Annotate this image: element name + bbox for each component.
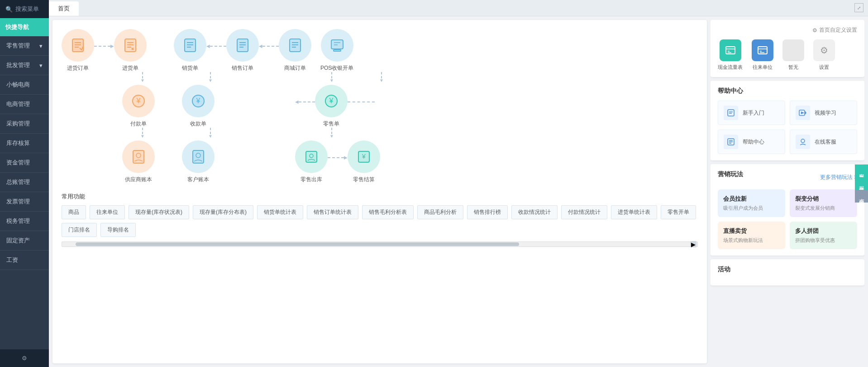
svg-rect-59 [728,110,734,116]
qa-partners[interactable]: 往来单位 [752,39,773,71]
sidebar-quicknav[interactable]: 快捷导航 [0,18,49,36]
sales-order-icon [226,29,259,62]
svg-rect-27 [334,50,341,51]
help-label: 帮助中心 [743,138,764,146]
payment-out-label: 付款单 [130,120,147,128]
node-supplier-account[interactable]: 供应商账本 [122,140,155,184]
func-btn-gross-analysis[interactable]: 销售毛利分析表 [362,205,414,219]
sidebar-item-finance[interactable]: 资金管理 [0,153,49,173]
mkt-member-sub: 吸引用户成为会员 [723,205,780,212]
node-retail-settle[interactable]: ¥ 零售结算 [348,140,380,184]
expand-button[interactable]: ⤢ [854,3,863,12]
activities-title: 活动 [718,266,857,274]
mkt-group-title: 多人拼团 [795,227,852,235]
arrow-retail-settle: ▶ [328,155,348,169]
node-sales-order[interactable]: 销售订单 [226,29,259,72]
retail-out-icon [295,140,328,173]
sidebar-search-label: 搜索菜单 [15,5,39,13]
tab-home[interactable]: 首页 [49,1,79,16]
activities-panel: 活动 [711,259,864,285]
sidebar: 🔍 搜索菜单 快捷导航 零售管理 ▾ 批发管理 ▾ 小畅电商 电商管理 采购管理… [0,0,49,367]
func-btn-sales-order-stat[interactable]: 销售订单统计表 [307,205,358,219]
sidebar-item-assets[interactable]: 固定资产 [0,231,49,251]
service-label: 在线客服 [815,138,836,146]
sidebar-item-label: 发票管理 [6,198,30,206]
shop-order-icon [279,29,311,62]
search-icon: 🔍 [5,6,13,13]
mkt-member[interactable]: 会员拉新 吸引用户成为会员 [718,189,785,217]
sidebar-search[interactable]: 🔍 搜索菜单 [0,0,49,18]
quicknav-label: 快捷导航 [5,23,29,31]
node-shop-order[interactable]: 商城订单 [279,29,311,72]
mkt-fission[interactable]: 裂变分销 裂变式发展分销商 [790,189,857,217]
gear-icon-small: ⚙ [812,27,817,34]
float-btn-service[interactable]: 客服热线 [855,164,868,177]
sidebar-item-tax[interactable]: 税务管理 [0,212,49,231]
node-retail-order[interactable]: ¥ 零售单 [315,85,348,128]
node-customer-account[interactable]: 客户账本 [182,140,215,184]
sidebar-item-ecom-small[interactable]: 小畅电商 [0,75,49,95]
node-payment-in[interactable]: ¥ 收款单 [182,85,215,128]
sidebar-item-label: 电商管理 [6,100,30,108]
func-btn-stock1[interactable]: 现存量(库存状况表) [129,205,189,219]
func-btn-receipt-stat[interactable]: 收款情况统计 [511,205,558,219]
sidebar-item-inventory[interactable]: 库存核算 [0,134,49,153]
svg-text:¥: ¥ [136,97,141,105]
help-item-service[interactable]: 在线客服 [790,130,857,154]
retail-order-label: 零售单 [323,120,339,128]
qa-none[interactable]: 暂无 [782,39,804,71]
qa-cashflow[interactable]: 现金流量表 [718,39,743,71]
help-item-help[interactable]: 帮助中心 [718,130,785,154]
sidebar-item-ecom[interactable]: 电商管理 [0,95,49,114]
func-btn-goods[interactable]: 商品 [62,205,86,219]
sidebar-settings[interactable]: ⚙ [0,349,49,367]
qa-setting-btn[interactable]: ⚙ 首页自定义设置 [812,26,857,34]
v-arrow-shop: ▼ [311,72,352,83]
sidebar-item-wholesale[interactable]: 批发管理 ▾ [0,56,49,75]
func-btn-stock2[interactable]: 现存量(库存分布表) [193,205,253,219]
help-item-beginner[interactable]: 新手入门 [718,101,785,125]
func-btn-goods-gross[interactable]: 商品毛利分析 [417,205,463,219]
v-arrow-payment-in: ▼ [190,128,231,139]
scroll-right-btn[interactable]: ▶ [690,241,696,247]
v-arrow-payment-out: ▼ [122,128,163,139]
func-btn-store-rank[interactable]: 门店排名 [62,223,97,237]
purchase-bill-icon [114,29,147,62]
func-btn-sales-stat[interactable]: 销货单统计表 [257,205,303,219]
node-retail-out[interactable]: 零售出库 [295,140,328,184]
func-btn-partners[interactable]: 往来单位 [90,205,125,219]
sidebar-item-ledger[interactable]: 总账管理 [0,173,49,192]
func-btn-retail-order[interactable]: 零售开单 [661,205,696,219]
node-purchase-order[interactable]: 进货订单 [62,29,94,72]
node-payment-out[interactable]: ¥ 付款单 [122,85,155,128]
marketing-grid: 会员拉新 吸引用户成为会员 裂变分销 裂变式发展分销商 直播卖货 场景式购物新玩… [718,189,857,249]
qa-settings[interactable]: ⚙ 设置 [813,39,835,71]
sidebar-item-retail[interactable]: 零售管理 ▾ [0,36,49,56]
func-btn-purchase-stat[interactable]: 进货单统计表 [611,205,657,219]
help-item-video[interactable]: 视频学习 [790,101,857,125]
topbar-right: ⤢ [854,0,868,16]
float-btn-community[interactable]: 服务社区 [855,177,868,190]
func-btn-guide-rank[interactable]: 导购排名 [100,223,136,237]
video-label: 视频学习 [815,109,836,117]
mkt-live[interactable]: 直播卖货 场景式购物新玩法 [718,222,785,249]
qa-icons: 现金流量表 往来单位 暂无 [718,39,857,71]
sidebar-item-purchase[interactable]: 采购管理 [0,114,49,134]
scroll-track[interactable]: ▶ [62,241,698,247]
purchase-order-icon [62,29,94,62]
purchase-bill-label: 进货单 [122,64,138,72]
cashflow-label: 现金流量表 [718,64,743,71]
sidebar-item-salary[interactable]: 工资 [0,251,49,270]
more-marketing-link[interactable]: 更多营销玩法 > [820,174,857,181]
sidebar-item-invoice[interactable]: 发票管理 [0,192,49,212]
help-grid: 新手入门 视频学习 帮助中心 [718,101,857,154]
cashflow-icon [720,39,741,61]
func-btn-payment-stat[interactable]: 付款情况统计 [561,205,607,219]
node-pos[interactable]: POS收银开单 [320,29,353,72]
float-btn-desktop[interactable]: 桌面快捷 [855,190,868,203]
node-sales-bill[interactable]: 销货单 [174,29,206,72]
func-btn-sales-rank[interactable]: 销售排行榜 [467,205,508,219]
content-area: 进货订单 ▶ 进货单 [49,16,868,367]
node-purchase-bill[interactable]: 进货单 [114,29,147,72]
mkt-group[interactable]: 多人拼团 拼团购物享受优惠 [790,222,857,249]
